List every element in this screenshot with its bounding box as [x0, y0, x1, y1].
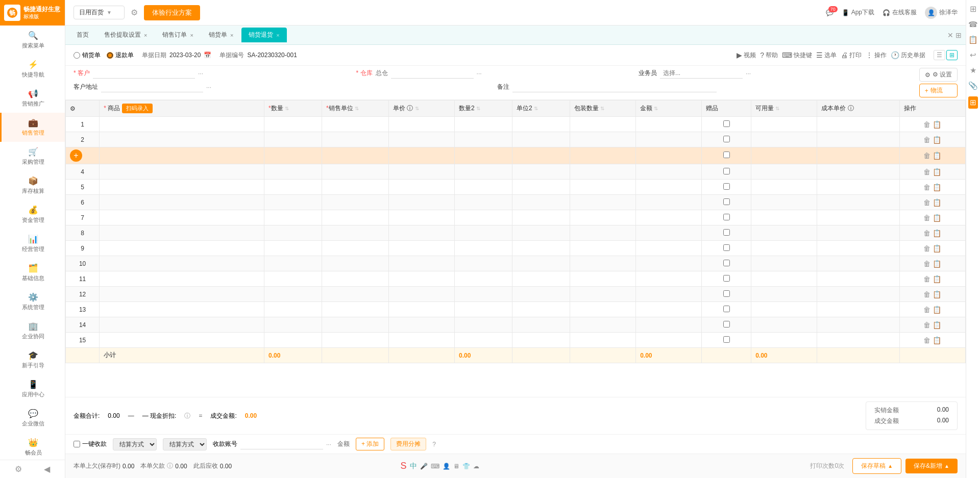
sidebar-item-inventory[interactable]: 📦 库存核算	[0, 171, 65, 200]
goods-cell[interactable]	[100, 132, 264, 147]
gift-checkbox[interactable]	[723, 336, 730, 343]
delete-icon[interactable]: 🗑	[923, 120, 930, 129]
pkgqty-cell[interactable]	[570, 117, 635, 132]
delete-icon[interactable]: 🗑	[923, 275, 930, 283]
delete-icon[interactable]: 🗑	[923, 290, 930, 298]
address-input[interactable]	[101, 82, 203, 92]
copy-icon[interactable]: 📋	[933, 120, 941, 129]
tab-sales-return-close-icon[interactable]: ×	[276, 32, 279, 38]
radio-sales[interactable]	[74, 52, 80, 59]
right-icon-5[interactable]: ★	[970, 66, 976, 75]
copy-icon[interactable]: 📋	[933, 260, 941, 268]
keyboard2-icon[interactable]: ⌨	[431, 463, 439, 470]
sidebar-item-basic[interactable]: 🗂️ 基础信息	[0, 258, 65, 287]
one-click-checkbox[interactable]	[74, 441, 80, 447]
copy-icon[interactable]: 📋	[933, 336, 941, 344]
operate-btn[interactable]: ⋮ 操作	[866, 51, 887, 60]
goods-input-active[interactable]	[104, 152, 260, 159]
tshirt-icon[interactable]: 👕	[462, 463, 470, 470]
calc-select[interactable]: 结算方式	[163, 438, 207, 450]
gift-checkbox[interactable]	[723, 214, 730, 220]
gift-checkbox[interactable]	[723, 244, 730, 251]
unit-cell[interactable]	[322, 147, 389, 164]
warehouse-select-icon[interactable]: ···	[477, 70, 482, 77]
gift-checkbox[interactable]	[723, 136, 730, 142]
close-tab-icon[interactable]: ✕	[947, 31, 953, 39]
sidebar-item-sales[interactable]: 💼 销售管理	[0, 113, 65, 142]
sidebar-item-search[interactable]: 🔍 搜索菜单	[0, 26, 65, 55]
gift-checkbox[interactable]	[723, 290, 730, 297]
gift-checkbox[interactable]	[723, 168, 730, 174]
delete-icon[interactable]: 🗑	[923, 306, 930, 314]
goods-input[interactable]	[104, 121, 260, 128]
business-selector[interactable]: 日用百货 ▼	[74, 6, 125, 19]
cost-cell[interactable]	[817, 147, 899, 164]
sidebar-item-purchase[interactable]: 🛒 采购管理	[0, 142, 65, 171]
qty2-cell[interactable]	[454, 147, 512, 164]
radio-sales-item[interactable]: 销货单	[74, 51, 101, 60]
unit2-cell[interactable]	[512, 147, 570, 164]
delete-icon[interactable]: 🗑	[923, 336, 930, 344]
save-new-btn[interactable]: 保存&新增 ▲	[905, 459, 958, 473]
fee-split-btn[interactable]: 费用分摊	[390, 438, 426, 450]
gift-checkbox[interactable]	[723, 306, 730, 312]
gift-checkbox[interactable]	[723, 260, 730, 266]
right-icon-4[interactable]: ↩	[970, 51, 976, 60]
tab-price-setting[interactable]: 售价提取设置 ×	[97, 28, 154, 42]
help-btn[interactable]: ? 帮助	[760, 51, 778, 60]
copy-icon[interactable]: 📋	[933, 198, 941, 207]
amount-cell[interactable]	[636, 147, 702, 164]
restore-tab-icon[interactable]: ⊞	[955, 31, 962, 39]
add-row-btn[interactable]: +	[70, 149, 82, 162]
radio-return-item[interactable]: 退款单	[107, 51, 134, 60]
scan-input-btn[interactable]: 扫码录入	[122, 104, 153, 113]
right-icon-7[interactable]: ⊞	[968, 96, 978, 109]
warehouse-input[interactable]	[391, 68, 474, 79]
copy-icon[interactable]: 📋	[933, 306, 941, 314]
available-cell[interactable]	[751, 132, 817, 147]
gift-checkbox[interactable]	[723, 321, 730, 328]
qty2-sort-icon[interactable]: ⇅	[476, 106, 480, 111]
pkgqty-cell[interactable]	[570, 147, 635, 164]
sidebar-item-enterprise[interactable]: 🏢 企业协同	[0, 316, 65, 345]
copy-icon[interactable]: 📋	[933, 229, 941, 237]
print-btn[interactable]: 🖨 打印	[841, 51, 862, 60]
user-profile[interactable]: 👤 徐泽华	[925, 7, 958, 19]
collapse-icon[interactable]: ◀	[44, 464, 50, 474]
account-dots-icon[interactable]: ···	[326, 441, 331, 448]
copy-icon[interactable]: 📋	[933, 136, 941, 144]
trial-btn[interactable]: 体验行业方案	[144, 5, 200, 20]
tab-sales[interactable]: 销货单 ×	[202, 28, 240, 42]
sidebar-item-wechat[interactable]: 💬 企业微信	[0, 404, 65, 433]
gift-checkbox[interactable]	[723, 120, 730, 127]
gift-checkbox[interactable]	[723, 275, 730, 282]
qty-sort-icon[interactable]: ⇅	[285, 106, 289, 111]
logistics-btn[interactable]: + 物流	[919, 84, 958, 97]
staff-select-icon[interactable]: ···	[746, 70, 751, 77]
price-cell[interactable]	[388, 147, 454, 164]
goods-cell-active[interactable]	[100, 147, 264, 164]
delete-icon[interactable]: 🗑	[923, 198, 930, 207]
staff-input[interactable]	[660, 68, 743, 79]
add-payment-btn[interactable]: + 添加	[356, 438, 384, 450]
available-cell[interactable]	[751, 117, 817, 132]
copy-icon[interactable]: 📋	[933, 244, 941, 253]
unit2-cell[interactable]	[512, 132, 570, 147]
person-icon[interactable]: 👤	[443, 463, 450, 470]
copy-icon[interactable]: 📋	[933, 214, 941, 222]
message-icon[interactable]: 💬 70	[826, 9, 834, 16]
discount-help-icon[interactable]: ⓘ	[184, 412, 190, 420]
customer-select-icon[interactable]: ···	[198, 70, 203, 77]
select-order-btn[interactable]: ☰ 选单	[816, 51, 837, 60]
tab-sales-close-icon[interactable]: ×	[230, 32, 233, 38]
right-icon-6[interactable]: 📎	[968, 81, 978, 90]
tab-sales-order-close-icon[interactable]: ×	[190, 32, 193, 38]
delete-icon[interactable]: 🗑	[923, 260, 930, 268]
delete-icon[interactable]: 🗑	[923, 183, 930, 191]
amount-cell[interactable]	[636, 117, 702, 132]
customer-input[interactable]	[93, 68, 195, 79]
right-icon-3[interactable]: 📋	[968, 35, 978, 44]
sidebar-item-shortcut[interactable]: ⚡ 快捷导航	[0, 55, 65, 84]
copy-icon[interactable]: 📋	[933, 290, 941, 298]
available-cell[interactable]	[751, 147, 817, 164]
